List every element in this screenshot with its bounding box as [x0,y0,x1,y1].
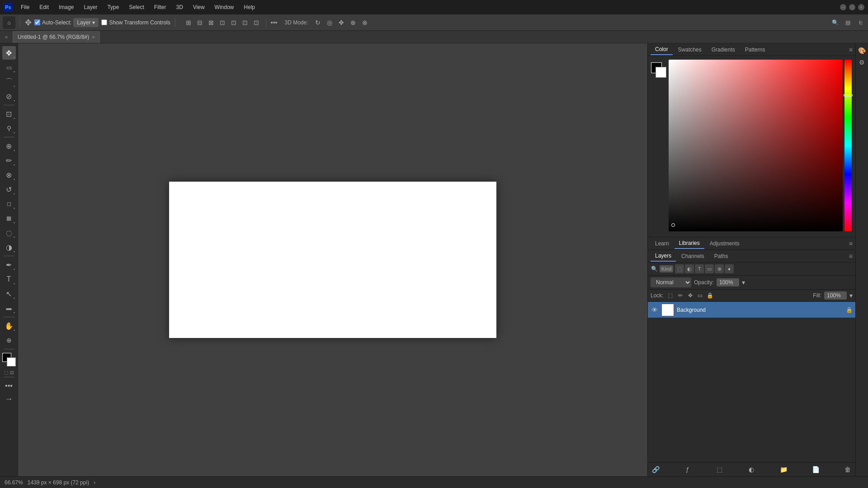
align-right-icon[interactable]: ⊠ [206,18,216,28]
filter-pixel-btn[interactable]: ⬚ [675,264,684,273]
filter-smart-btn[interactable]: ⊕ [715,264,724,273]
filter-shape-btn[interactable]: ▭ [705,264,714,273]
lock-paint-icon[interactable]: ✏ [676,291,684,300]
show-transform-checkbox[interactable] [101,19,107,25]
layer-dropdown[interactable]: Layer ▾ [73,18,99,27]
path-select-tool-button[interactable]: ↖ ▾ [2,287,16,300]
menu-edit[interactable]: Edit [35,2,53,12]
tab-gradients[interactable]: Gradients [707,45,740,55]
lock-artboard-icon[interactable]: ▭ [696,291,704,300]
tab-channels[interactable]: Channels [677,251,709,261]
slide-mode-icon[interactable]: ⊕ [348,18,358,28]
history-brush-tool-button[interactable]: ↺ ▾ [2,183,16,196]
arrow-tool-btn[interactable]: → [5,394,13,404]
home-button[interactable]: ⌂ [3,16,15,29]
more-options-button[interactable]: ••• [271,19,278,26]
lock-move-icon[interactable]: ✥ [686,291,694,300]
filter-toggle-btn[interactable]: ● [725,264,734,273]
filter-adjust-btn[interactable]: ◐ [685,264,694,273]
color-panel-expander[interactable]: ≡ [849,46,853,53]
opacity-input[interactable] [717,278,739,286]
new-group-icon[interactable]: 📁 [778,465,788,474]
background-swatch[interactable] [656,67,666,78]
menu-help[interactable]: Help [239,2,259,12]
workspace-icon[interactable]: ▤ [843,18,853,28]
menu-select[interactable]: Select [124,2,148,12]
blur-tool-button[interactable]: ◌ ▾ [2,226,16,239]
hue-strip[interactable] [844,60,852,231]
document-tab[interactable]: Untitled-1 @ 66.7% (RGB/8#) × [13,31,100,43]
align-center-h-icon[interactable]: ⊟ [195,18,205,28]
layer-effects-icon[interactable]: ƒ [683,465,693,474]
blend-mode-dropdown[interactable]: Normal Multiply Screen Overlay [651,277,691,287]
color-panel-icon[interactable]: 🎨 [857,45,868,56]
layer-item-background[interactable]: 👁 Background 🔒 [648,302,855,318]
tab-layers[interactable]: Layers [651,251,676,262]
extra-tools-btn[interactable]: ••• [2,379,16,393]
share-icon[interactable]: ⎗ [855,18,865,28]
canvas-area[interactable] [18,43,647,476]
type-tool-button[interactable]: T ▾ [2,272,16,286]
hand-tool-button[interactable]: ✋ ▾ [2,319,16,333]
tab-paths[interactable]: Paths [710,251,733,261]
rotate-mode-icon[interactable]: ↻ [313,18,323,28]
lower-panel-expander[interactable]: ≡ [849,240,853,247]
menu-3d[interactable]: 3D [171,2,187,12]
new-layer-icon[interactable]: 📄 [811,465,821,474]
gradient-tool-button[interactable]: ▦ ▾ [2,211,16,225]
filter-type-btn[interactable]: T [695,264,704,273]
menu-layer[interactable]: Layer [79,2,102,12]
menu-image[interactable]: Image [54,2,78,12]
new-adjustment-icon[interactable]: ◐ [746,465,756,474]
clone-tool-button[interactable]: ⊗ ▾ [2,168,16,182]
lock-transparent-icon[interactable]: ⬚ [666,291,675,300]
link-layers-icon[interactable]: 🔗 [651,465,660,474]
pen-tool-button[interactable]: ✒ ▾ [2,258,16,272]
layer-mask-icon[interactable]: ⬚ [715,465,725,474]
minimize-button[interactable]: – [840,4,846,10]
auto-select-checkbox[interactable] [34,19,40,25]
marquee-tool-button[interactable]: ▭ ▾ [2,61,16,74]
quick-select-tool-button[interactable]: ⊘ ▾ [2,89,16,103]
layers-panel-expander[interactable]: ≡ [849,253,853,260]
delete-layer-icon[interactable]: 🗑 [843,465,853,474]
zoom-tool-button[interactable]: ⊕ [2,333,16,347]
status-arrow[interactable]: › [94,479,95,486]
orbit-mode-icon[interactable]: ◎ [325,18,335,28]
menu-file[interactable]: File [16,2,34,12]
crop-tool-button[interactable]: ⊡ ▾ [2,107,16,121]
tab-swatches[interactable]: Swatches [674,45,706,55]
background-color[interactable] [7,357,16,366]
tab-libraries[interactable]: Libraries [675,238,704,249]
screen-mode-btn[interactable]: ⊡ [10,370,14,375]
align-top-icon[interactable]: ⊡ [217,18,227,28]
tab-adjustments[interactable]: Adjustments [705,239,744,249]
pan-mode-icon[interactable]: ✥ [336,18,346,28]
healing-tool-button[interactable]: ⊕ ▾ [2,139,16,153]
tab-expand-button[interactable]: « [2,31,11,43]
tab-color[interactable]: Color [651,44,673,55]
distribute-icon[interactable]: ⊡ [251,18,261,28]
properties-panel-icon[interactable]: ⚙ [857,57,868,68]
filter-kind-label[interactable]: Kind [660,265,673,272]
align-left-icon[interactable]: ⊞ [184,18,193,28]
quick-mask-btn[interactable]: ⬚ [4,370,8,375]
color-gradient-picker[interactable] [669,60,843,231]
eyedropper-tool-button[interactable]: ⚲ ▾ [2,122,16,135]
lasso-tool-button[interactable]: ⌒ ▾ [2,75,16,89]
document-tab-close[interactable]: × [92,34,94,40]
eraser-tool-button[interactable]: ◻ ▾ [2,197,16,211]
dodge-tool-button[interactable]: ◑ ▾ [2,240,16,254]
align-center-v-icon[interactable]: ⊡ [229,18,239,28]
opacity-expand-icon[interactable]: ▾ [742,279,745,286]
maximize-button[interactable]: □ [849,4,855,10]
fill-input[interactable] [824,291,847,300]
menu-window[interactable]: Window [210,2,239,12]
search-icon[interactable]: 🔍 [830,18,840,28]
menu-view[interactable]: View [189,2,209,12]
menu-type[interactable]: Type [103,2,123,12]
layer-visibility-toggle[interactable]: 👁 [651,306,659,314]
menu-filter[interactable]: Filter [150,2,171,12]
close-button[interactable]: × [858,4,864,10]
fill-expand-icon[interactable]: ▾ [849,292,853,299]
